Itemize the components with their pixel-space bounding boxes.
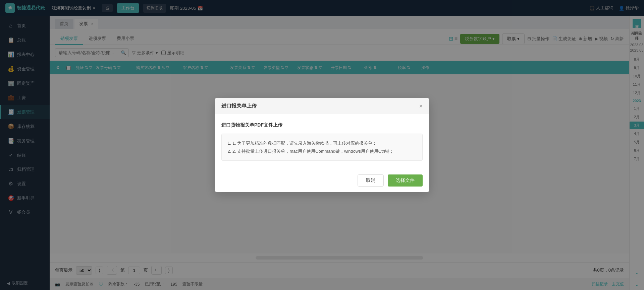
modal-info-item-1: 1. 为了更加精准的数据匹配，请先录入海关缴款书，再上传对应的报关单； xyxy=(232,139,417,147)
modal-section-title: 进口货物报关单PDF文件上传 xyxy=(221,122,423,128)
modal-overlay: 进口报关单上传 × 进口货物报关单PDF文件上传 1. 为了更加精准的数据匹配，… xyxy=(0,0,644,290)
modal-select-file-btn[interactable]: 选择文件 xyxy=(388,174,423,187)
modal-info-box: 1. 为了更加精准的数据匹配，请先录入海关缴款书，再上传对应的报关单； 2. 支… xyxy=(221,134,423,161)
import-customs-modal: 进口报关单上传 × 进口货物报关单PDF文件上传 1. 为了更加精准的数据匹配，… xyxy=(215,98,429,192)
modal-close-btn[interactable]: × xyxy=(419,103,423,109)
modal-cancel-btn[interactable]: 取消 xyxy=(358,174,384,187)
modal-info-item-2: 2. 支持批量上传进口报关单，mac用户使用Command键，windows用户… xyxy=(232,147,417,155)
modal-footer: 取消 选择文件 xyxy=(215,169,429,192)
modal-title: 进口报关单上传 xyxy=(221,103,257,109)
modal-header: 进口报关单上传 × xyxy=(215,98,429,114)
modal-body: 进口货物报关单PDF文件上传 1. 为了更加精准的数据匹配，请先录入海关缴款书，… xyxy=(215,114,429,169)
